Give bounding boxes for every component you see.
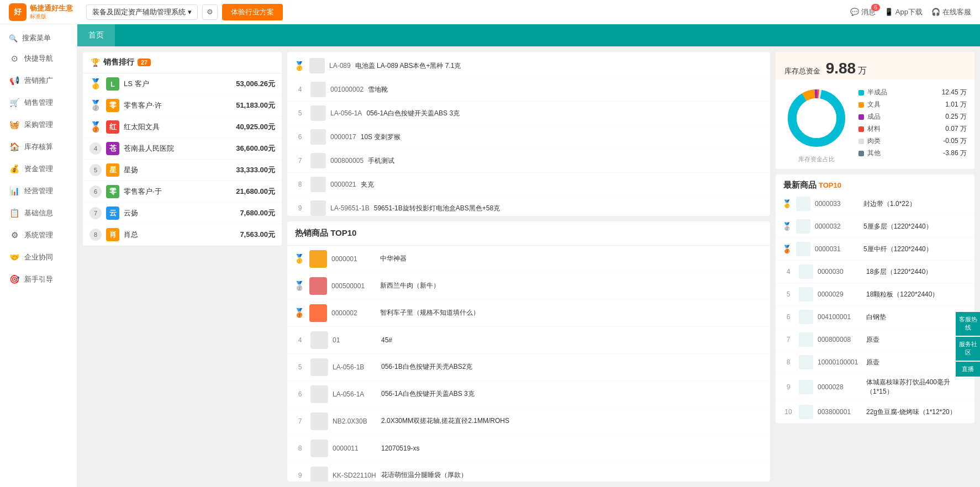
sales-rank-header: 🏆 销售排行 27 bbox=[83, 52, 282, 73]
legend-name-4: 材料 bbox=[867, 124, 930, 134]
list-item: 🥈 0000032 5厘多层（1220*2440） bbox=[776, 215, 974, 238]
list-item: 4 01 45# bbox=[287, 327, 770, 354]
newest-products-badge: TOP10 bbox=[819, 181, 841, 189]
topbar: 好 畅捷通好生意 标准版 装备及固定资产辅助管理系统 ▾ ⚙ 体验行业方案 💬 … bbox=[0, 0, 980, 24]
product-name-3: 056-1A白色按键开关盖ABS 3克 bbox=[366, 109, 763, 118]
float-service-btn[interactable]: 客服热线 bbox=[956, 312, 980, 336]
rank-name-6: 零售客户·于 bbox=[124, 187, 231, 197]
product-name-6: 夹克 bbox=[361, 180, 763, 189]
legend-dot-1 bbox=[858, 90, 864, 96]
hot-thumb-8 bbox=[310, 440, 328, 457]
settings-button[interactable]: ⚙ bbox=[202, 4, 218, 20]
newest-name-6: 白钢垫 bbox=[866, 313, 968, 322]
search-menu[interactable]: 🔍 搜索菜单 bbox=[0, 29, 77, 47]
sidebar-label-enterprise: 企业协同 bbox=[24, 252, 53, 262]
list-item: 🥈 000500001 新西兰牛肉（新牛） bbox=[287, 273, 770, 300]
rank-num-r7: 9 bbox=[294, 204, 306, 212]
operations-icon: 📊 bbox=[9, 186, 20, 197]
sidebar-item-quick-nav[interactable]: ⊙ 快捷导航 bbox=[0, 47, 77, 70]
sales-rank-title: 销售排行 bbox=[103, 57, 134, 67]
middle-column: 🥇 LA-089 电池盖 LA-089 ABS本色+黑种 7.1克 4 0010… bbox=[287, 52, 770, 481]
newest-code-2: 0000032 bbox=[815, 223, 859, 230]
rank-badge-3: 红 bbox=[106, 120, 119, 134]
list-item: 🥉 0000002 智利车子里（规格不知道填什么） bbox=[287, 300, 770, 327]
newest-name-8: 原壶 bbox=[866, 358, 968, 367]
chevron-down-icon: ▾ bbox=[188, 8, 192, 16]
inventory-title: 库存总资金 9.88 万 bbox=[784, 60, 966, 77]
newest-code-5: 0000029 bbox=[818, 290, 862, 298]
product-code-4: 0000017 bbox=[330, 133, 356, 141]
sidebar-item-guide[interactable]: 🎯 新手引导 bbox=[0, 268, 77, 290]
hot-code-7: NB2.0X30B bbox=[333, 417, 377, 425]
float-service-panel: 客服热线 服务社区 直播 bbox=[956, 312, 980, 377]
newest-medal-2: 🥈 bbox=[782, 222, 792, 231]
tab-home-label: 首页 bbox=[88, 30, 104, 40]
left-column: 🏆 销售排行 27 🥇 L LS 客户 53,006.26元 🥈 bbox=[83, 52, 282, 481]
newest-rank-6: 6 bbox=[782, 313, 794, 321]
hot-code-5: LA-056-1B bbox=[333, 363, 377, 371]
rank-amount-3: 40,925.00元 bbox=[236, 122, 275, 132]
legend-name-1: 半成品 bbox=[867, 88, 930, 97]
sidebar-item-sales[interactable]: 🛒 销售管理 bbox=[0, 92, 77, 114]
sidebar-item-enterprise[interactable]: 🤝 企业协同 bbox=[0, 246, 77, 268]
rank-medal-2: 🥈 bbox=[89, 99, 102, 112]
hot-rank-7: 7 bbox=[294, 417, 306, 425]
list-item: 5 LA-056-1B 056-1B白色按键开关壳ABS2克 bbox=[287, 354, 770, 381]
newest-code-4: 0000030 bbox=[818, 268, 862, 276]
sidebar-label-finance: 资金管理 bbox=[24, 164, 53, 174]
phone-icon: 📱 bbox=[884, 8, 893, 16]
rank-medal-1: 🥇 bbox=[89, 78, 102, 90]
message-icon: 💬 bbox=[850, 8, 859, 16]
newest-name-1: 封边带（1.0*22） bbox=[863, 199, 968, 209]
hot-thumb-3 bbox=[309, 304, 327, 322]
rank-badge-4: 苍 bbox=[106, 142, 119, 155]
legend-item-4: 材料 0.07 万 bbox=[858, 124, 967, 134]
nav-tabs: 首页 bbox=[77, 24, 980, 46]
newest-products-header: 最新商品 TOP10 bbox=[776, 174, 974, 193]
list-item: 8 0000011 12070519-xs bbox=[287, 435, 770, 462]
float-community-btn[interactable]: 服务社区 bbox=[956, 337, 980, 361]
product-thumb-5 bbox=[310, 153, 326, 168]
hot-products-card: 热销商品 TOP10 🥇 0000001 中华神器 🥈 000500001 bbox=[287, 221, 770, 482]
headset-icon: 🎧 bbox=[931, 8, 940, 16]
system-select[interactable]: 装备及固定资产辅助管理系统 ▾ bbox=[86, 4, 198, 20]
rank-num-5: 5 bbox=[89, 164, 102, 176]
list-item: 6 LA-056-1A 056-1A白色按键开关盖ABS 3克 bbox=[287, 381, 770, 408]
rank-name-1: LS 客户 bbox=[124, 79, 231, 89]
hot-rank-9: 9 bbox=[294, 472, 306, 479]
product-name-1: 电池盖 LA-089 ABS本色+黑种 7.1克 bbox=[355, 61, 763, 71]
message-button[interactable]: 💬 消息 6 bbox=[850, 7, 876, 17]
hot-name-7: 2.0X30MM双搓花轴,搓花直径2.1MM/ROHS bbox=[381, 416, 763, 426]
sidebar-item-marketing[interactable]: 📢 营销推广 bbox=[0, 70, 77, 92]
legend-name-3: 成品 bbox=[867, 112, 930, 121]
rank-num-r5: 7 bbox=[294, 157, 306, 165]
sidebar-label-marketing: 营销推广 bbox=[24, 76, 53, 86]
newest-thumb-9 bbox=[799, 380, 813, 394]
float-broadcast-btn[interactable]: 直播 bbox=[956, 362, 980, 377]
sales-icon: 🛒 bbox=[9, 97, 20, 108]
sidebar-item-purchase[interactable]: 🧺 采购管理 bbox=[0, 114, 77, 136]
sidebar-item-system[interactable]: ⚙ 系统管理 bbox=[0, 224, 77, 246]
online-service-button[interactable]: 🎧 在线客服 bbox=[931, 7, 971, 17]
message-badge: 6 bbox=[871, 4, 880, 11]
finance-icon: 💰 bbox=[9, 163, 20, 174]
try-industry-button[interactable]: 体验行业方案 bbox=[222, 4, 283, 20]
sidebar-item-inventory[interactable]: 🏠 库存核算 bbox=[0, 136, 77, 158]
list-item: 10 003800001 22g鱼豆腐-烧烤味（1*12*20） bbox=[776, 401, 974, 424]
newest-name-9: 体城嘉枝味苏打饮品400毫升（1*15） bbox=[866, 378, 968, 396]
recent-sales-card: 🥇 LA-089 电池盖 LA-089 ABS本色+黑种 7.1克 4 0010… bbox=[287, 52, 770, 216]
rank-num-r4: 6 bbox=[294, 133, 306, 141]
legend-item-2: 文具 1.01 万 bbox=[858, 100, 967, 109]
sidebar-item-basic[interactable]: 📋 基础信息 bbox=[0, 202, 77, 224]
hot-name-3: 智利车子里（规格不知道填什么） bbox=[380, 308, 763, 317]
trophy-icon: 🏆 bbox=[91, 58, 100, 67]
product-code-6: 0000021 bbox=[330, 181, 356, 188]
logo-main-text: 畅捷通好生意 bbox=[30, 4, 73, 13]
tab-home[interactable]: 首页 bbox=[77, 24, 115, 46]
sidebar-item-finance[interactable]: 💰 资金管理 bbox=[0, 158, 77, 180]
donut-chart: 库存资金占比 bbox=[783, 85, 850, 163]
app-download-button[interactable]: 📱 App下载 bbox=[884, 7, 923, 17]
sidebar-item-operations[interactable]: 📊 经营管理 bbox=[0, 180, 77, 202]
newest-thumb-10 bbox=[799, 405, 813, 419]
inventory-card: 库存总资金 9.88 万 bbox=[776, 52, 974, 169]
